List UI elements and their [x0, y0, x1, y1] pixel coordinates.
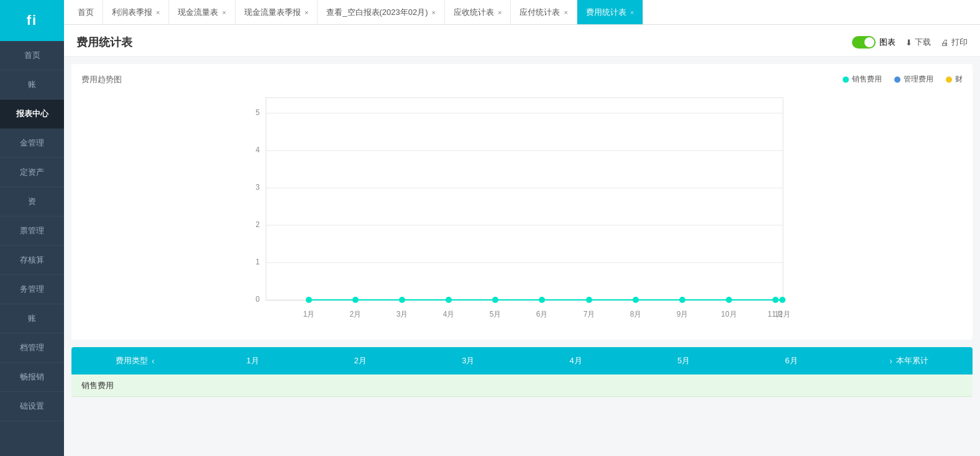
th-m1: 1月 [199, 355, 306, 366]
sidebar-item-stock[interactable]: 存核算 [0, 246, 64, 275]
sidebar-item-ticket[interactable]: 票管理 [0, 216, 64, 246]
svg-text:10月: 10月 [721, 310, 736, 319]
svg-point-23 [772, 297, 779, 303]
table-row: 销售费用 [71, 375, 973, 397]
table-section: 费用类型 ‹ 1月 2月 3月 4月 5月 6月 › 本年累计 销售费用 [71, 347, 973, 397]
legend-label-admin: 管理费用 [904, 74, 933, 85]
th-ytd: › 本年累计 [845, 355, 973, 366]
tab-receivable[interactable]: 应收统计表 × [445, 0, 511, 25]
legend-dot-finance [946, 77, 952, 83]
svg-point-16 [446, 297, 452, 303]
chart-toggle[interactable] [852, 36, 876, 49]
tab-close-expense-stat[interactable]: × [630, 9, 634, 16]
tab-payable-stat[interactable]: 应付统计表 × [511, 0, 577, 25]
chart-legend: 销售费用 管理费用 财 [843, 74, 963, 85]
header-actions: 图表 ⬇ 下载 🖨 打印 [852, 36, 968, 49]
chart-svg-wrap: 5 4 3 2 1 0 [81, 91, 963, 330]
print-label: 打印 [951, 37, 968, 48]
svg-text:0: 0 [255, 295, 260, 304]
chart-toggle-label: 图表 [879, 37, 895, 48]
sidebar-item-service[interactable]: 务管理 [0, 275, 64, 304]
sidebar-item-fixed-assets[interactable]: 定资产 [0, 158, 64, 187]
td-m6-0 [739, 381, 846, 391]
svg-text:9月: 9月 [677, 310, 689, 319]
th-m6: 6月 [738, 355, 845, 366]
tab-close-payable-stat[interactable]: × [564, 9, 567, 16]
svg-point-13 [306, 297, 312, 303]
print-button[interactable]: 🖨 打印 [941, 37, 968, 48]
td-type-0: 销售费用 [71, 375, 204, 396]
svg-text:3月: 3月 [396, 310, 408, 319]
sidebar-item-payable[interactable]: 账 [0, 304, 64, 333]
th-m5: 5月 [630, 355, 737, 366]
td-m3-0 [418, 381, 525, 391]
table-header-row: 费用类型 ‹ 1月 2月 3月 4月 5月 6月 › 本年累计 [71, 347, 973, 375]
svg-point-19 [586, 297, 592, 303]
sidebar-item-archive[interactable]: 档管理 [0, 333, 64, 363]
legend-label-sales: 销售费用 [852, 74, 882, 85]
chart-svg: 5 4 3 2 1 0 [81, 91, 963, 328]
th-m3: 3月 [414, 355, 522, 366]
svg-text:8月: 8月 [630, 310, 642, 319]
legend-admin: 管理费用 [894, 74, 933, 85]
svg-point-15 [399, 297, 405, 303]
table-next-arrow[interactable]: › [889, 356, 892, 366]
sidebar-item-investment[interactable]: 资 [0, 187, 64, 216]
tab-close-receivable[interactable]: × [498, 9, 501, 16]
sidebar-item-account[interactable]: 账 [0, 70, 64, 100]
th-m4: 4月 [522, 355, 630, 366]
svg-point-20 [633, 297, 639, 303]
td-m1-0 [204, 381, 311, 391]
tab-expense-stat[interactable]: 费用统计表 × [577, 0, 643, 25]
tab-close-blank-report[interactable]: × [432, 9, 436, 16]
tab-close-cashflow-quarter[interactable]: × [305, 9, 308, 16]
svg-text:4月: 4月 [443, 310, 455, 319]
legend-label-finance: 财 [955, 74, 963, 85]
td-m5-0 [632, 381, 739, 391]
svg-text:2月: 2月 [350, 310, 362, 319]
svg-text:4: 4 [255, 146, 260, 154]
print-icon: 🖨 [941, 38, 949, 47]
tab-cashflow-quarter[interactable]: 现金流量表季报 × [236, 0, 318, 25]
svg-point-14 [352, 297, 359, 303]
table-prev-arrow[interactable]: ‹ [152, 356, 155, 366]
td-m4-0 [525, 381, 632, 391]
svg-text:5: 5 [255, 108, 260, 117]
td-m2-0 [311, 381, 418, 391]
tab-profit-quarter[interactable]: 利润表季报 × [103, 0, 169, 25]
svg-point-22 [726, 297, 732, 303]
sidebar: fi 首页 账 报表中心 金管理 定资产 资 票管理 存核算 务管理 账 档管理… [0, 0, 64, 456]
download-button[interactable]: ⬇ 下载 [905, 37, 931, 48]
download-icon: ⬇ [905, 38, 912, 47]
tab-cashflow[interactable]: 现金流量表 × [169, 0, 235, 25]
page-title: 费用统计表 [76, 35, 132, 50]
td-ytd-0 [846, 381, 973, 391]
legend-dot-admin [894, 77, 900, 83]
tab-close-cashflow[interactable]: × [222, 9, 226, 16]
sidebar-item-fund[interactable]: 金管理 [0, 129, 64, 158]
tab-bar: 首页 利润表季报 × 现金流量表 × 现金流量表季报 × 查看_空白报表(202… [64, 0, 980, 25]
tab-close-profit-quarter[interactable]: × [156, 9, 160, 16]
legend-dot-sales [843, 77, 849, 83]
svg-text:7月: 7月 [584, 310, 595, 319]
svg-text:1月: 1月 [303, 310, 315, 319]
chart-toggle-wrap: 图表 [852, 36, 895, 49]
download-label: 下载 [915, 37, 931, 48]
chart-area: 费用趋势图 销售费用 管理费用 财 [71, 64, 973, 340]
th-type: 费用类型 ‹ [71, 355, 199, 366]
tab-home[interactable]: 首页 [69, 0, 103, 25]
legend-finance: 财 [946, 74, 963, 85]
svg-text:3: 3 [255, 183, 260, 192]
svg-point-18 [539, 297, 545, 303]
sidebar-item-home[interactable]: 首页 [0, 41, 64, 70]
sidebar-item-expense[interactable]: 畅报销 [0, 363, 64, 392]
legend-sales: 销售费用 [843, 74, 882, 85]
sidebar-item-settings[interactable]: 础设置 [0, 392, 64, 421]
sidebar-logo: fi [0, 0, 64, 41]
tab-blank-report[interactable]: 查看_空白报表(2023年02月) × [318, 0, 445, 25]
svg-point-17 [492, 297, 498, 303]
sidebar-item-report-center[interactable]: 报表中心 [0, 100, 64, 129]
svg-rect-12 [266, 98, 783, 300]
svg-text:1: 1 [255, 258, 260, 266]
svg-text:12月: 12月 [774, 310, 790, 319]
